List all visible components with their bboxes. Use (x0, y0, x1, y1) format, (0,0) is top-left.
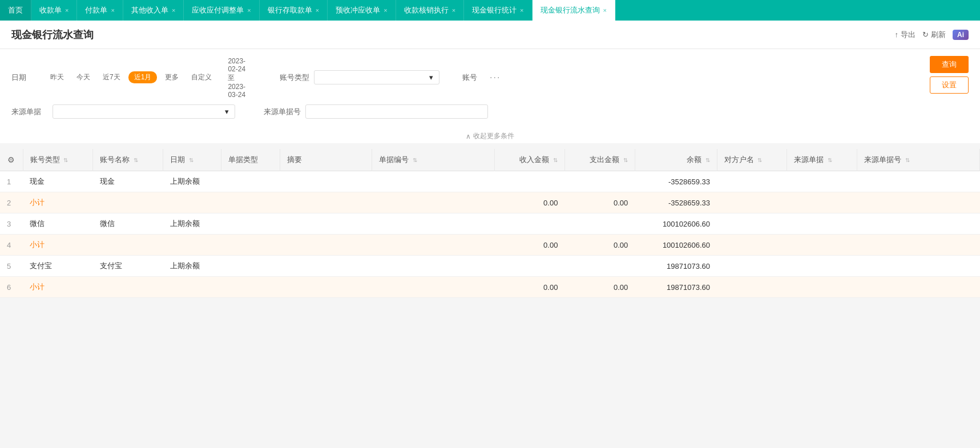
sort-date-icon[interactable]: ⇅ (189, 157, 193, 163)
nav-receipts[interactable]: 收款单 × (31, 0, 77, 21)
account-dots[interactable]: ··· (490, 72, 501, 83)
cell-expense (564, 256, 635, 277)
sort-balance-icon[interactable]: ⇅ (705, 157, 710, 163)
export-icon: ↑ (895, 30, 899, 39)
cell-account-name (93, 277, 163, 298)
nav-receipts-label: 收款单 (39, 5, 62, 15)
nav-payments[interactable]: 付款单 × (77, 0, 123, 21)
cell-date: 上期余额 (163, 213, 221, 235)
col-source-doc-num: 来源单据号 ⇅ (857, 149, 980, 171)
cell-doc-number (372, 213, 495, 235)
sort-account-name-icon[interactable]: ⇅ (134, 157, 138, 163)
filter-section: 日期 昨天 今天 近7天 近1月 更多 自定义 2023-02-24 至 202… (0, 49, 980, 143)
cell-expense: 0.00 (564, 277, 635, 298)
date-custom[interactable]: 自定义 (187, 71, 216, 83)
cell-summary (280, 256, 372, 277)
setting-button[interactable]: 设置 (930, 76, 969, 94)
account-type-select[interactable]: ▾ (314, 70, 439, 84)
row-number: 6 (0, 277, 23, 298)
nav-payments-close[interactable]: × (111, 7, 114, 14)
sort-expense-icon[interactable]: ⇅ (623, 157, 628, 163)
row-number: 4 (0, 235, 23, 256)
refresh-button[interactable]: ↻ 刷新 (922, 30, 946, 40)
nav-collection-close[interactable]: × (452, 7, 455, 14)
cell-counterpart (717, 213, 787, 235)
nav-cash-flow-close[interactable]: × (603, 7, 607, 14)
nav-bank-deposit-close[interactable]: × (316, 7, 319, 14)
cell-source-doc-num (857, 256, 980, 277)
cell-source-doc (787, 213, 857, 235)
query-button[interactable]: 查询 (930, 56, 969, 73)
nav-adjustment[interactable]: 应收应付调整单 × (184, 0, 259, 21)
cell-source-doc (787, 192, 857, 213)
table-row: 2小计0.000.00-3528659.33 (0, 192, 980, 213)
date-today[interactable]: 今天 (72, 71, 95, 83)
source-doc-label: 来源单据 (11, 107, 41, 117)
cell-counterpart (717, 171, 787, 192)
col-expense: 支出金额 ⇅ (564, 149, 635, 171)
col-settings[interactable]: ⚙ (0, 149, 23, 171)
date-1month[interactable]: 近1月 (128, 71, 158, 83)
cell-income: 0.00 (495, 235, 565, 256)
nav-cash-stats[interactable]: 现金银行统计 × (464, 0, 532, 21)
col-account-name: 账号名称 ⇅ (93, 149, 163, 171)
page-title: 现金银行流水查询 (11, 28, 94, 42)
cell-account-name: 支付宝 (93, 256, 163, 277)
nav-adjustment-close[interactable]: × (247, 7, 251, 14)
collapse-label: 收起更多条件 (473, 131, 514, 141)
nav-bank-deposit[interactable]: 银行存取款单 × (260, 0, 328, 21)
nav-prepaid-close[interactable]: × (384, 7, 387, 14)
nav-home[interactable]: 首页 (0, 0, 31, 21)
nav-bank-deposit-label: 银行存取款单 (268, 5, 312, 15)
page-header: 现金银行流水查询 ↑ 导出 ↻ 刷新 Ai (0, 21, 980, 49)
cell-account-type: 小计 (23, 235, 93, 256)
nav-cash-stats-label: 现金银行统计 (472, 5, 517, 15)
nav-cash-flow[interactable]: 现金银行流水查询 × (533, 0, 615, 21)
nav-prepaid-label: 预收冲应收单 (336, 5, 380, 15)
sort-doc-number-icon[interactable]: ⇅ (413, 157, 417, 163)
date-yesterday[interactable]: 昨天 (46, 71, 68, 83)
nav-cash-flow-label: 现金银行流水查询 (541, 5, 600, 15)
date-7days[interactable]: 近7天 (98, 71, 125, 83)
nav-other-income-close[interactable]: × (172, 7, 175, 14)
nav-prepaid[interactable]: 预收冲应收单 × (328, 0, 396, 21)
sort-counterpart-icon[interactable]: ⇅ (757, 157, 762, 163)
date-options: 昨天 今天 近7天 近1月 更多 自定义 (46, 71, 216, 83)
nav-receipts-close[interactable]: × (65, 7, 68, 14)
cell-summary (280, 192, 372, 213)
ai-button[interactable]: Ai (953, 30, 969, 40)
nav-collection-label: 收款核销执行 (404, 5, 449, 15)
sort-income-icon[interactable]: ⇅ (553, 157, 558, 163)
account-type-dropdown-icon: ▾ (429, 73, 433, 82)
settings-icon[interactable]: ⚙ (7, 155, 15, 164)
cell-doc-number (372, 171, 495, 192)
cell-income: 0.00 (495, 277, 565, 298)
col-account-type: 账号类型 ⇅ (23, 149, 93, 171)
source-doc-num-label: 来源单据号 (264, 107, 301, 117)
nav-collection[interactable]: 收款核销执行 × (396, 0, 464, 21)
row-number: 3 (0, 213, 23, 235)
export-label: 导出 (901, 30, 916, 40)
cell-balance: 19871073.60 (635, 256, 717, 277)
cell-doc-type (221, 277, 280, 298)
nav-adjustment-label: 应收应付调整单 (192, 5, 244, 15)
cell-doc-type (221, 235, 280, 256)
export-button[interactable]: ↑ 导出 (895, 30, 916, 40)
cell-expense (564, 171, 635, 192)
collapse-bar[interactable]: ∧ 收起更多条件 (11, 129, 969, 143)
cell-doc-type (221, 192, 280, 213)
sort-source-doc-icon[interactable]: ⇅ (828, 157, 832, 163)
cell-balance: 100102606.60 (635, 213, 717, 235)
col-summary: 摘要 (280, 149, 372, 171)
cell-account-name (93, 192, 163, 213)
sort-source-doc-num-icon[interactable]: ⇅ (905, 157, 910, 163)
source-doc-num-input[interactable] (305, 104, 488, 119)
cell-income (495, 256, 565, 277)
source-doc-select[interactable]: ▾ (53, 104, 235, 119)
nav-cash-stats-close[interactable]: × (520, 7, 523, 14)
cell-expense (564, 213, 635, 235)
nav-other-income[interactable]: 其他收入单 × (123, 0, 184, 21)
cell-counterpart (717, 235, 787, 256)
date-more[interactable]: 更多 (160, 71, 183, 83)
sort-account-type-icon[interactable]: ⇅ (63, 157, 68, 163)
